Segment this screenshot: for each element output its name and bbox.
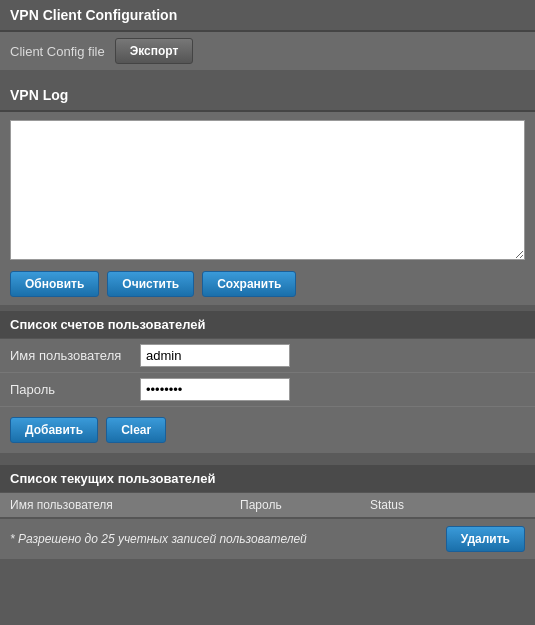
username-label: Имя пользователя <box>10 348 140 363</box>
footer-note: * Разрешено до 25 учетных записей пользо… <box>10 532 307 546</box>
password-label: Пароль <box>10 382 140 397</box>
col-password-header: Пароль <box>230 493 360 517</box>
config-file-label: Client Config file <box>10 44 105 59</box>
clear-log-button[interactable]: Очистить <box>107 271 194 297</box>
col-username-header: Имя пользователя <box>0 493 230 517</box>
current-users-title: Список текущих пользователей <box>0 465 535 493</box>
username-row: Имя пользователя <box>0 339 535 373</box>
vpn-log-title: VPN Log <box>0 80 535 112</box>
user-form-buttons: Добавить Clear <box>0 407 535 453</box>
refresh-button[interactable]: Обновить <box>10 271 99 297</box>
log-buttons-row: Обновить Очистить Сохранить <box>10 271 525 297</box>
save-log-button[interactable]: Сохранить <box>202 271 296 297</box>
col-status-header: Status <box>360 493 535 517</box>
add-user-button[interactable]: Добавить <box>10 417 98 443</box>
password-input[interactable] <box>140 378 290 401</box>
vpn-client-config-section: VPN Client Configuration Client Config f… <box>0 0 535 70</box>
vpn-log-body: Обновить Очистить Сохранить <box>0 112 535 305</box>
table-header: Имя пользователя Пароль Status <box>0 493 535 518</box>
user-accounts-title: Список счетов пользователей <box>0 311 535 339</box>
current-users-section: Список текущих пользователей Имя пользов… <box>0 465 535 559</box>
password-row: Пароль <box>0 373 535 407</box>
export-button[interactable]: Экспорт <box>115 38 194 64</box>
delete-button[interactable]: Удалить <box>446 526 525 552</box>
vpn-log-textarea[interactable] <box>10 120 525 260</box>
username-input[interactable] <box>140 344 290 367</box>
vpn-log-section: VPN Log Обновить Очистить Сохранить <box>0 80 535 305</box>
clear-user-button[interactable]: Clear <box>106 417 166 443</box>
config-file-row: Client Config file Экспорт <box>0 32 535 70</box>
vpn-client-title: VPN Client Configuration <box>0 0 535 32</box>
user-accounts-section: Список счетов пользователей Имя пользова… <box>0 311 535 453</box>
table-footer: * Разрешено до 25 учетных записей пользо… <box>0 518 535 559</box>
